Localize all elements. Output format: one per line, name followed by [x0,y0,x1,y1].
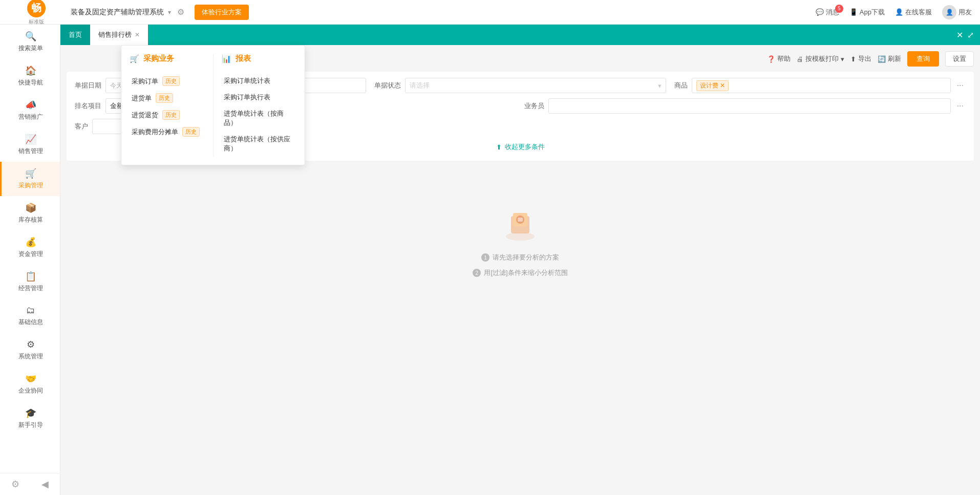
user-btn[interactable]: 👤 用友 [942,5,972,19]
help-icon: ❓ [767,55,775,63]
help-btn[interactable]: ❓ 帮助 [767,54,791,63]
chevron-down-icon[interactable]: ▾ [168,9,171,16]
gear-icon[interactable]: ⚙ [177,7,184,17]
status-select[interactable]: 请选择 ▾ [405,78,666,93]
app-download-btn[interactable]: 📱 App下载 [849,8,885,17]
goods-tag-label: 设计费 [700,81,718,90]
purchase-order-badge: 历史 [162,76,180,86]
settings-btn[interactable]: 设置 [945,51,974,67]
export-icon: ⬆ [850,55,856,63]
inbound-by-goods-label: 进货单统计表（按商品） [224,109,295,127]
sidebar-item-search[interactable]: 🔍 搜索菜单 [0,25,60,59]
rank-label: 排名项目 [75,101,101,111]
tab-sales-rank[interactable]: 销售排行榜 ✕ [90,25,148,45]
sidebar-label-inventory: 库存核算 [18,216,43,224]
refresh-icon: 🔄 [878,55,886,63]
sidebar-item-system[interactable]: ⚙ 系统管理 [0,333,60,367]
sidebar-item-corp[interactable]: 🤝 企业协同 [0,367,60,401]
salesperson-more-btn[interactable]: ··· [955,101,966,111]
cost-label: 采购费用分摊单 [132,127,178,137]
main-layout: 🔍 搜索菜单 🏠 快捷导航 📣 营销推广 📈 销售管理 🛒 采购管理 📦 库存核… [0,25,980,495]
template-print-label: 按模板打印 [805,54,839,63]
sidebar-item-guide[interactable]: 🎓 新手引导 [0,401,60,436]
funds-icon: 💰 [25,236,36,248]
hint-text-2: 用[过滤]条件来缩小分析范围 [484,268,567,277]
tab-home-label: 首页 [69,30,82,39]
dropdown-item-purchase-order[interactable]: 采购订单 历史 [130,73,205,90]
sidebar-item-inventory[interactable]: 📦 库存核算 [0,196,60,230]
sidebar-item-quicknav[interactable]: 🏠 快捷导航 [0,59,60,93]
report-section-title: 📊 报表 [222,54,297,67]
purchase-section-title: 🛒 采购业务 [130,54,205,67]
goods-more-btn[interactable]: ··· [955,81,966,90]
sidebar-label-operation: 经营管理 [18,284,43,293]
salesperson-select[interactable] [548,98,951,114]
dropdown-item-return[interactable]: 进货退货 历史 [130,106,205,123]
sidebar-item-operation[interactable]: 📋 经营管理 [0,265,60,299]
sidebar-bottom: ⚙ ◀ [0,473,60,495]
message-btn[interactable]: 💬 消息 5 [816,8,839,17]
tab-expand-icon[interactable]: ⤢ [967,30,974,40]
operation-icon: 📋 [25,271,36,282]
system-icon: ⚙ [27,339,35,350]
dropdown-item-purchase-stat[interactable]: 采购订单统计表 [222,73,297,89]
print-chevron-icon: ▾ [841,55,844,63]
query-btn[interactable]: 查询 [907,51,939,67]
purchase-dropdown-menu: 🛒 采购业务 采购订单 历史 进货单 历史 进货退货 历史 采购费用分摊单 [121,45,305,165]
dropdown-item-inbound[interactable]: 进货单 历史 [130,90,205,106]
inbound-label: 进货单 [132,94,152,103]
purchase-title-icon: 🛒 [130,54,139,63]
tabbar: 首页 销售排行榜 ✕ ✕ ⤢ [60,25,980,45]
online-service-label: 在线客服 [905,8,932,17]
industry-btn[interactable]: 体验行业方案 [195,5,249,20]
refresh-btn[interactable]: 🔄 刷新 [878,54,901,63]
logo-subtext: 标准版 [29,18,44,26]
filter-status: 单据状态 请选择 ▾ [374,78,666,93]
dropdown-item-purchase-exec[interactable]: 采购订单执行表 [222,89,297,105]
hint-num-2: 2 [473,269,481,277]
sidebar-item-sales[interactable]: 📈 销售管理 [0,127,60,162]
sidebar-item-purchase[interactable]: 🛒 采购管理 [0,162,60,196]
basic-icon: 🗂 [26,305,35,316]
dropdown-item-inbound-by-goods[interactable]: 进货单统计表（按商品） [222,105,297,131]
inbound-badge: 历史 [156,93,173,103]
goods-select[interactable]: 设计费 ✕ [692,78,951,93]
export-label: 导出 [858,54,871,63]
avatar: 👤 [942,5,956,19]
collapse-up-icon: ⬆ [496,143,502,151]
filter-goods: 商品 设计费 ✕ ··· [674,78,966,93]
sidebar-label-system: 系统管理 [18,352,43,361]
empty-state: 1 请先选择要分析的方案 2 用[过滤]条件来缩小分析范围 [67,165,974,318]
export-btn[interactable]: ⬆ 导出 [850,54,871,63]
purchase-icon: 🛒 [25,168,36,179]
tab-close-all-icon[interactable]: ✕ [956,30,963,40]
dropdown-item-inbound-by-supplier[interactable]: 进货单统计表（按供应商） [222,131,297,157]
sidebar-item-basic[interactable]: 🗂 基础信息 [0,299,60,333]
topbar: 畅 标准版 装备及固定资产辅助管理系统 ▾ ⚙ 体验行业方案 💬 消息 5 📱 … [0,0,980,25]
tab-close-icon[interactable]: ✕ [135,31,140,38]
help-label: 帮助 [777,54,791,63]
corp-icon: 🤝 [25,373,36,384]
message-icon: 💬 [816,8,824,16]
search-icon: 🔍 [25,31,36,42]
purchase-title-label: 采购业务 [143,54,174,63]
report-title-label: 报表 [236,54,251,63]
filter-salesperson: 业务员 ··· [524,98,966,114]
collapse-label: 收起更多条件 [505,142,545,152]
cost-badge: 历史 [182,127,200,137]
template-print-btn[interactable]: 🖨 按模板打印 ▾ [797,54,844,63]
sidebar-item-marketing[interactable]: 📣 营销推广 [0,93,60,127]
sidebar-label-search: 搜索菜单 [18,44,43,53]
phone-icon: 📱 [849,8,858,16]
sidebar-item-funds[interactable]: 💰 资金管理 [0,230,60,265]
tab-home[interactable]: 首页 [60,25,90,45]
dropdown-item-cost[interactable]: 采购费用分摊单 历史 [130,123,205,140]
sidebar-settings-icon[interactable]: ⚙ [11,479,19,490]
online-service-btn[interactable]: 👤 在线客服 [895,8,932,17]
empty-hint-2: 2 用[过滤]条件来缩小分析范围 [473,268,567,277]
goods-tag-close[interactable]: ✕ [720,82,725,89]
sidebar-label-funds: 资金管理 [18,250,43,259]
sidebar-collapse-icon[interactable]: ◀ [41,479,49,490]
logo-icon: 畅 [27,0,46,17]
dropdown-divider [213,54,214,157]
